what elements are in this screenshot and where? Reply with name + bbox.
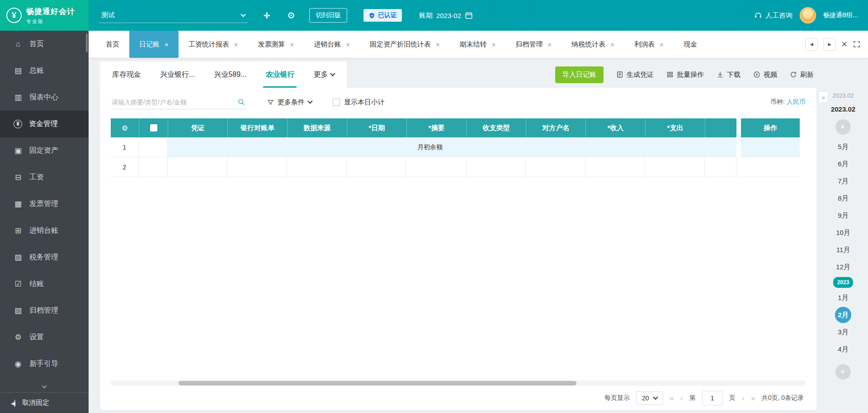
fullscreen-icon[interactable]: [853, 40, 861, 48]
sidebar-item-purchase-sales[interactable]: ⊞进销台账: [0, 217, 89, 244]
sidebar-item-payroll[interactable]: ⊟工资: [0, 164, 89, 191]
close-icon[interactable]: [346, 41, 350, 48]
collapse-period-panel-button[interactable]: [818, 91, 828, 103]
search-icon[interactable]: [237, 98, 245, 106]
tab-income-statement[interactable]: 利润表: [624, 31, 674, 58]
support-link[interactable]: 人工咨询: [754, 11, 793, 20]
cell-counterparty[interactable]: [526, 157, 585, 177]
month-item[interactable]: 12月: [834, 258, 852, 276]
month-item[interactable]: 6月: [834, 155, 852, 173]
subtab-cib-bank[interactable]: 兴业银行...: [151, 61, 204, 88]
tab-cash[interactable]: 现金: [674, 31, 707, 58]
cell-type[interactable]: [466, 157, 526, 177]
close-icon[interactable]: [492, 41, 496, 48]
sidebar-item-general-ledger[interactable]: ▤总账: [0, 57, 89, 84]
close-tabs-button[interactable]: [841, 39, 847, 49]
select-all-checkbox[interactable]: [150, 124, 157, 131]
certified-badge[interactable]: 已认证: [363, 9, 402, 22]
close-icon[interactable]: [290, 41, 294, 48]
sidebar-scrollbar[interactable]: [86, 33, 88, 52]
tab-home[interactable]: 首页: [96, 31, 129, 58]
close-icon[interactable]: [660, 41, 664, 48]
sidebar-item-funds[interactable]: ¥资金管理: [0, 111, 89, 137]
column-settings-gear-icon[interactable]: [111, 118, 139, 137]
month-item[interactable]: 9月: [834, 207, 852, 224]
close-icon[interactable]: [610, 41, 614, 48]
account-set-select[interactable]: 测试: [99, 8, 248, 23]
sidebar-item-home[interactable]: ⌂首页: [0, 31, 89, 57]
sidebar-item-guide[interactable]: ◉新手引导: [0, 351, 89, 377]
user-name[interactable]: 畅捷通B组...: [823, 11, 858, 19]
sidebar-item-settings[interactable]: ⚙设置: [0, 324, 89, 351]
generate-voucher-button[interactable]: 生成凭证: [616, 70, 654, 79]
month-item[interactable]: 10月: [834, 224, 852, 241]
scroll-months-up-button[interactable]: [835, 119, 851, 135]
sidebar-item-closing[interactable]: ☑结账: [0, 271, 89, 297]
batch-operations-button[interactable]: 批量操作: [666, 70, 704, 79]
refresh-button[interactable]: 刷新: [790, 70, 814, 79]
close-icon[interactable]: [436, 41, 440, 48]
cell-income[interactable]: [585, 157, 645, 177]
month-item[interactable]: 3月: [834, 324, 852, 341]
sidebar-scroll-more[interactable]: [0, 381, 89, 392]
subtab-more[interactable]: 更多: [304, 61, 344, 88]
month-item[interactable]: 4月: [834, 341, 852, 358]
month-item[interactable]: 1月: [834, 289, 852, 306]
video-button[interactable]: 视频: [753, 70, 777, 79]
month-item[interactable]: 8月: [834, 190, 852, 207]
cell-voucher[interactable]: [168, 157, 227, 177]
tab-scroll-left-button[interactable]: [805, 38, 818, 51]
pager-prev-button[interactable]: [680, 394, 683, 402]
sidebar-item-easy[interactable]: ▤轻松: [0, 377, 89, 381]
daily-subtotal-checkbox[interactable]: [333, 99, 340, 106]
user-avatar[interactable]: [800, 7, 816, 23]
sidebar-item-report-center[interactable]: ▥报表中心: [0, 84, 89, 111]
pager-last-button[interactable]: [751, 394, 755, 402]
subtab-cash[interactable]: 库存现金: [103, 61, 151, 88]
close-icon[interactable]: [234, 41, 238, 48]
sidebar-item-invoice[interactable]: ▦发票管理: [0, 191, 89, 217]
cell-date[interactable]: [347, 157, 406, 177]
tab-invoice-calc[interactable]: 发票测算: [248, 31, 304, 58]
tab-tax-report[interactable]: 纳税统计表: [561, 31, 624, 58]
table-row[interactable]: 2: [111, 157, 736, 177]
currency-value[interactable]: 人民币: [787, 98, 806, 105]
more-conditions-button[interactable]: 更多条件: [267, 98, 312, 107]
tab-salary-report[interactable]: 工资统计报表: [179, 31, 248, 58]
scrollbar-thumb[interactable]: [179, 381, 576, 385]
close-icon[interactable]: [548, 41, 552, 48]
add-account-set-icon[interactable]: [261, 9, 272, 21]
subtab-abc-bank[interactable]: 农业银行: [256, 61, 304, 88]
search-input[interactable]: [112, 99, 234, 106]
pager-next-button[interactable]: [742, 394, 745, 402]
download-button[interactable]: 下载: [717, 70, 741, 79]
tab-purchase-sales[interactable]: 进销台账: [304, 31, 360, 58]
close-icon[interactable]: [165, 41, 169, 48]
tab-journal[interactable]: 日记账: [129, 31, 179, 58]
sidebar-item-fixed-assets[interactable]: ▣固定资产: [0, 137, 89, 164]
import-journal-button[interactable]: 导入日记账: [555, 66, 604, 83]
settings-gear-icon[interactable]: [286, 10, 297, 20]
table-row[interactable]: 1 月初余额: [111, 137, 736, 157]
pager-first-button[interactable]: [670, 394, 674, 402]
daily-subtotal-option[interactable]: 显示本日小计: [333, 98, 385, 107]
month-item[interactable]: 5月: [834, 138, 852, 155]
tab-depreciation-report[interactable]: 固定资产折旧统计表: [360, 31, 450, 58]
tab-period-end[interactable]: 期末结转: [450, 31, 506, 58]
scroll-months-down-button[interactable]: [835, 364, 851, 380]
app-logo[interactable]: ¥ 畅捷通好会计 专业版: [0, 0, 89, 31]
month-item[interactable]: 11月: [834, 241, 852, 258]
cell-bank-statement[interactable]: [227, 157, 287, 177]
page-number-input[interactable]: [702, 391, 723, 405]
cell-summary[interactable]: [406, 157, 466, 177]
unpin-sidebar-button[interactable]: 取消固定: [0, 392, 89, 413]
horizontal-scrollbar[interactable]: [111, 380, 806, 386]
tab-archive[interactable]: 归档管理: [506, 31, 562, 58]
month-item-selected[interactable]: 2月: [835, 307, 851, 323]
cell-data-source[interactable]: [287, 157, 347, 177]
accounting-period[interactable]: 账期 2023-02: [419, 11, 473, 20]
per-page-select[interactable]: 20: [636, 391, 663, 405]
month-item[interactable]: 7月: [834, 173, 852, 190]
cell-expense[interactable]: [645, 157, 705, 177]
sidebar-item-tax[interactable]: ▨税务管理: [0, 244, 89, 271]
